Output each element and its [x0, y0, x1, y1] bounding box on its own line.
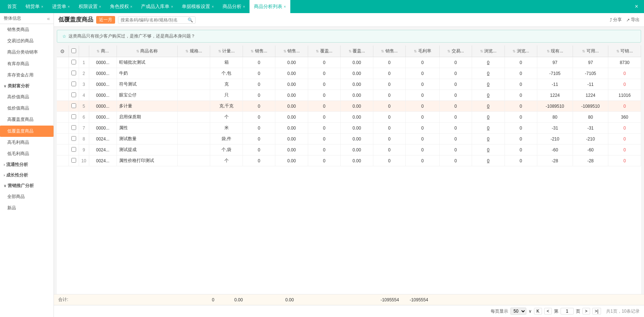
sidebar-item-high-margin[interactable]: 高毛利商品 — [0, 137, 54, 148]
nav-product-analysis-list[interactable]: 商品分析列表 × — [250, 0, 290, 13]
search-box: 🔍 — [118, 16, 196, 24]
sidebar-item-category-sales-rate[interactable]: 商品分类动销率 — [0, 47, 54, 58]
row-transaction: 0 — [439, 123, 472, 134]
browse-link[interactable]: 0 — [487, 126, 490, 131]
row-checkbox[interactable] — [71, 147, 76, 152]
row-browse2: 0 — [504, 68, 537, 79]
row-num: 5 — [79, 101, 89, 112]
row-name: 属性价格打印测试 — [117, 155, 177, 166]
row-checkbox[interactable] — [71, 125, 76, 130]
row-saleable: 0 — [608, 155, 641, 166]
last-page-button[interactable]: >| — [592, 308, 601, 314]
row-current: -7105 — [537, 68, 573, 79]
sidebar-collapse-button[interactable]: « — [47, 16, 50, 21]
row-cov1: 0 — [308, 112, 340, 123]
nav-role-auth[interactable]: 角色授权 × — [106, 0, 137, 13]
info-icon: ☆ — [62, 34, 66, 39]
next-page-button[interactable]: > — [582, 308, 590, 314]
row-checkbox[interactable] — [71, 60, 76, 64]
window-close-button[interactable]: × — [632, 3, 641, 10]
row-checkbox[interactable] — [71, 71, 76, 75]
nav-home[interactable]: 首页 — [3, 0, 21, 13]
close-icon[interactable]: × — [99, 5, 101, 9]
row-code: 0000... — [89, 90, 117, 101]
export-button[interactable]: ↗ 导出 — [626, 17, 640, 23]
table-row: 7 0000... 属性 米 0 0.00 0 0.00 0 0 0 0 0 -… — [57, 123, 641, 134]
row-checkbox[interactable] — [71, 92, 76, 97]
browse-link[interactable]: 0 — [487, 115, 490, 120]
sidebar-item-high-coverage[interactable]: 高覆盖度商品 — [0, 114, 54, 125]
row-gross-rate: 0 — [406, 123, 440, 134]
first-page-button[interactable]: K — [534, 308, 542, 314]
table-footer: 合计: 0 0.00 0.00 -1095554 -1095554 — [54, 294, 644, 305]
row-num: 1 — [79, 57, 89, 68]
row-checkbox[interactable] — [71, 103, 76, 108]
close-icon[interactable]: × — [68, 5, 70, 9]
nav-template-settings[interactable]: 单据模板设置 × — [177, 0, 218, 13]
nav-product-analysis[interactable]: 商品分析 × — [218, 0, 250, 13]
browse-link[interactable]: 0 — [487, 147, 490, 152]
row-name: 测试提成 — [117, 144, 177, 155]
page-number-input[interactable] — [561, 308, 574, 314]
page-size-label: 每页显示 — [491, 308, 508, 314]
share-button[interactable]: ⤴ 分享 — [610, 17, 622, 23]
close-icon[interactable]: × — [284, 5, 286, 9]
browse-link[interactable]: 0 — [487, 136, 490, 142]
close-icon[interactable]: × — [171, 5, 173, 9]
close-icon[interactable]: × — [212, 5, 214, 9]
browse-link[interactable]: 0 — [487, 60, 490, 65]
data-table-container[interactable]: ⚙ ⇅ 商... ⇅ 商品名称 ⇅ 规格... ⇅ 计量... ⇅ 销售... … — [57, 45, 641, 294]
row-cov1: 0 — [308, 101, 340, 112]
sidebar-item-all-goods[interactable]: 全部商品 — [0, 191, 54, 202]
sidebar-item-low-coverage[interactable]: 低覆盖度商品 — [0, 126, 54, 137]
nav-sales-order[interactable]: 销货单 × — [21, 0, 48, 13]
sidebar-section-wealth[interactable]: ∨ 类财富分析 — [0, 81, 54, 91]
page-size-select[interactable]: 50 — [510, 308, 526, 315]
browse-link[interactable]: 0 — [487, 71, 490, 76]
sidebar-section-marketing[interactable]: ∨ 营销推广分析 — [0, 181, 54, 191]
row-sales-amt: 0.00 — [275, 101, 308, 112]
row-saleable: 360 — [608, 112, 641, 123]
nav-product-instock[interactable]: 产成品入库单 × — [137, 0, 177, 13]
sidebar-item-stock-capital[interactable]: 库存资金占用 — [0, 70, 54, 81]
sidebar-item-sales-goods[interactable]: 销售类商品 — [0, 24, 54, 35]
close-icon[interactable]: × — [243, 5, 245, 9]
sidebar-section-liquidity[interactable]: › 流通性分析 — [0, 159, 54, 170]
row-available: -7105 — [573, 68, 608, 79]
row-sales3: 0 — [373, 134, 405, 144]
browse-link[interactable]: 0 — [487, 93, 490, 98]
row-settings-cell — [57, 134, 68, 144]
browse-link[interactable]: 0 — [487, 104, 490, 109]
row-checkbox[interactable] — [71, 114, 76, 119]
search-input[interactable] — [121, 17, 186, 23]
row-checkbox[interactable] — [71, 136, 76, 141]
row-sales-amt: 0.00 — [275, 90, 308, 101]
sidebar-item-high-value[interactable]: 高价值商品 — [0, 91, 54, 103]
close-icon[interactable]: × — [41, 5, 43, 9]
table-row: 3 0000... 符号测试 克 0 0.00 0 0.00 0 0 0 0 0… — [57, 79, 641, 90]
row-available: 80 — [573, 112, 608, 123]
close-icon[interactable]: × — [130, 5, 133, 9]
settings-column-header: ⚙ — [57, 45, 68, 57]
nav-permission-settings[interactable]: 权限设置 × — [74, 0, 106, 13]
row-num: 8 — [79, 134, 89, 144]
row-checkbox[interactable] — [71, 82, 76, 86]
browse-link[interactable]: 0 — [487, 82, 490, 87]
sidebar-item-in-stock-goods[interactable]: 有库存商品 — [0, 58, 54, 70]
browse-link[interactable]: 0 — [487, 158, 490, 163]
row-settings-cell — [57, 123, 68, 134]
table-row: 5 0000... 多计量 克,千克 0 0.00 0 0.00 0 0 0 0… — [57, 101, 641, 112]
row-checkbox-cell — [68, 101, 79, 112]
time-filter-button[interactable]: 近一月 — [96, 16, 115, 24]
row-checkbox[interactable] — [71, 158, 76, 163]
sidebar-section-growth[interactable]: › 成长性分析 — [0, 170, 54, 181]
prev-page-button[interactable]: < — [544, 308, 552, 314]
search-icon[interactable]: 🔍 — [188, 17, 193, 23]
sidebar-item-traded-goods[interactable]: 交易过的商品 — [0, 35, 54, 47]
sidebar-item-low-value[interactable]: 低价值商品 — [0, 103, 54, 114]
gear-icon[interactable]: ⚙ — [60, 48, 65, 54]
select-all-checkbox[interactable] — [71, 48, 76, 53]
sidebar-item-low-margin[interactable]: 低毛利商品 — [0, 148, 54, 159]
nav-purchase-order[interactable]: 进货单 × — [48, 0, 74, 13]
sidebar-item-new-goods[interactable]: 新品 — [0, 202, 54, 214]
